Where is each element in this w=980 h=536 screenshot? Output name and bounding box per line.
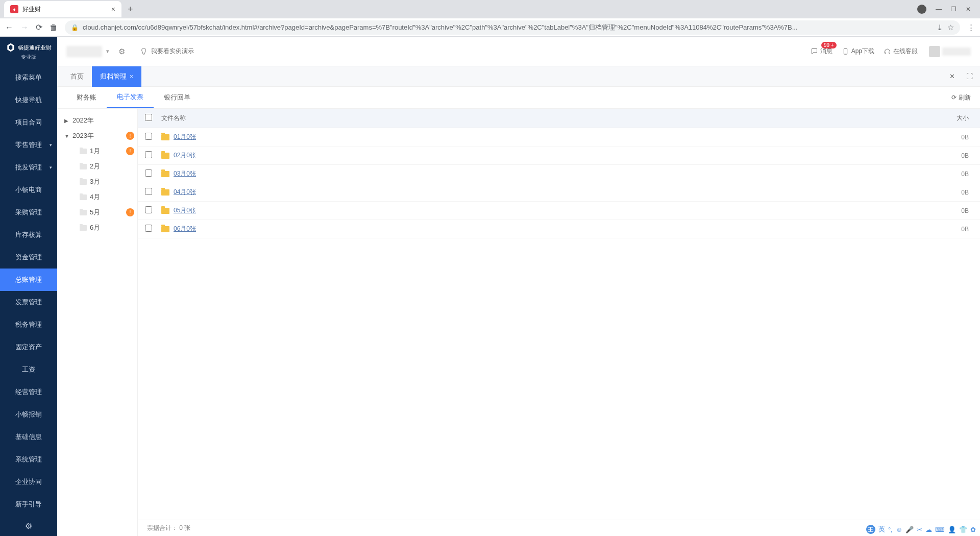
reload-button[interactable]: ⟳ [36, 22, 42, 32]
gear-icon[interactable]: ⚙ [25, 521, 32, 531]
ime-punct-icon[interactable]: °, [888, 526, 893, 533]
sidebar-item[interactable]: 快捷导航 [0, 89, 57, 111]
incognito-icon[interactable] [917, 5, 926, 14]
file-name-link[interactable]: 05月0张 [174, 206, 196, 215]
ime-toolbar[interactable]: 王 英 °, ☺ 🎤 ✂ ☁ ⌨ 👤 👕 ✿ [866, 525, 976, 534]
sidebar-item[interactable]: 项目合同 [0, 111, 57, 134]
new-tab-button[interactable]: + [128, 4, 133, 15]
tree-node-month[interactable]: 1月! [60, 143, 134, 159]
sidebar-item[interactable]: 经营管理 [0, 381, 57, 403]
sidebar-item[interactable]: 零售管理▾ [0, 134, 57, 156]
maximize-button[interactable]: ❐ [951, 6, 957, 13]
sidebar-item[interactable]: 采购管理 [0, 201, 57, 224]
file-name-link[interactable]: 02月0张 [174, 151, 196, 160]
sidebar-item[interactable]: 库存核算 [0, 224, 57, 246]
ime-keyboard-icon[interactable]: ⌨ [935, 526, 945, 533]
sidebar-item[interactable]: 新手引导 [0, 493, 57, 516]
tree-label: 2023年 [72, 131, 94, 140]
ime-mode[interactable]: 英 [878, 525, 885, 534]
row-checkbox[interactable] [145, 169, 152, 177]
tab-home[interactable]: 首页 [62, 66, 92, 87]
close-window-button[interactable]: ✕ [966, 6, 971, 13]
sidebar-item[interactable]: 总账管理 [0, 269, 57, 291]
user-menu[interactable] [927, 46, 971, 57]
chat-icon [811, 47, 818, 55]
select-all-checkbox[interactable] [145, 114, 152, 121]
browser-chrome: ♦ 好业财 × + — ❐ ✕ ← → ⟳ 🗑 🔒 cloud.chanjet.… [0, 0, 980, 37]
close-all-tabs-icon[interactable]: ✕ [946, 70, 958, 82]
ime-cloud-icon[interactable]: ☁ [925, 526, 932, 533]
minimize-button[interactable]: — [936, 6, 942, 13]
browser-tab[interactable]: ♦ 好业财 × [4, 1, 121, 17]
install-icon[interactable]: ⤓ [937, 23, 943, 32]
app-download-button[interactable]: App下载 [842, 47, 874, 56]
org-selector[interactable]: ▾ [66, 46, 109, 57]
sidebar-item[interactable]: 企业协同 [0, 471, 57, 493]
file-name-link[interactable]: 06月0张 [174, 225, 196, 233]
back-button[interactable]: ← [5, 23, 13, 32]
url-bar[interactable]: 🔒 cloud.chanjet.com/cc/u6d89qwnryel/57bf… [65, 20, 960, 35]
tree-node-2023[interactable]: ▼ 2023年 ! [60, 128, 134, 143]
tree-node-month[interactable]: 6月 [60, 220, 134, 235]
tree-node-2022[interactable]: ▶ 2022年 [60, 113, 134, 128]
ime-emoji-icon[interactable]: ☺ [896, 526, 902, 533]
sidebar-item[interactable]: 工资 [0, 358, 57, 381]
row-checkbox[interactable] [145, 206, 152, 213]
tab-archive[interactable]: 归档管理 × [92, 66, 141, 87]
tree-node-month[interactable]: 3月 [60, 174, 134, 189]
folder-icon [80, 149, 87, 154]
file-name-link[interactable]: 04月0张 [174, 188, 196, 197]
sidebar-item[interactable]: 系统管理 [0, 448, 57, 471]
app-download-label: App下载 [851, 47, 874, 56]
close-icon[interactable]: × [130, 73, 133, 80]
org-settings-icon[interactable]: ⚙ [118, 47, 125, 56]
row-checkbox[interactable] [145, 133, 152, 140]
ime-settings-icon[interactable]: ✿ [970, 526, 976, 533]
sidebar-item[interactable]: 税务管理 [0, 313, 57, 336]
ime-scissors-icon[interactable]: ✂ [917, 526, 922, 533]
fullscreen-icon[interactable]: ⛶ [963, 70, 976, 82]
file-name-link[interactable]: 01月0张 [174, 133, 196, 141]
support-label: 在线客服 [893, 47, 918, 56]
content-tab-finance[interactable]: 财务账 [66, 87, 107, 108]
tree-node-month[interactable]: 2月 [60, 159, 134, 174]
forward-button[interactable]: → [20, 23, 29, 32]
sidebar-item[interactable]: 发票管理 [0, 291, 57, 313]
ime-mic-icon[interactable]: 🎤 [905, 526, 914, 533]
sidebar-item[interactable]: 批发管理▾ [0, 156, 57, 179]
sidebar-item[interactable]: 小畅报销 [0, 403, 57, 426]
content-tab-einvoice[interactable]: 电子发票 [107, 87, 154, 108]
folder-icon [161, 189, 169, 196]
tab-archive-label: 归档管理 [100, 72, 127, 81]
row-checkbox[interactable] [145, 188, 152, 195]
close-icon[interactable]: × [111, 5, 115, 13]
tree-node-month[interactable]: 5月! [60, 205, 134, 220]
file-name-link[interactable]: 03月0张 [174, 169, 196, 178]
sidebar-item[interactable]: 资金管理 [0, 246, 57, 269]
sidebar-item[interactable]: 搜索菜单 [0, 66, 57, 89]
ime-skin-icon[interactable]: 👕 [959, 526, 967, 533]
star-icon[interactable]: ☆ [947, 23, 954, 32]
row-checkbox[interactable] [145, 151, 152, 158]
ime-logo-icon[interactable]: 王 [866, 525, 875, 534]
sidebar-item[interactable]: 固定资产 [0, 336, 57, 358]
sidebar-item[interactable]: 基础信息 [0, 426, 57, 448]
status-total: 票据合计： 0 张 [147, 524, 190, 532]
alert-badge: ! [126, 208, 134, 216]
messages-button[interactable]: 消息 99 + [811, 47, 832, 56]
tree-node-month[interactable]: 4月 [60, 189, 134, 205]
demo-link[interactable]: 我要看实例演示 [140, 47, 194, 56]
sidebar-item-label: 系统管理 [15, 455, 42, 464]
folder-icon [80, 194, 87, 200]
support-button[interactable]: 在线客服 [884, 47, 918, 56]
refresh-label: 刷新 [959, 93, 971, 102]
row-checkbox[interactable] [145, 225, 152, 232]
sidebar-item[interactable]: 小畅电商 [0, 179, 57, 201]
ime-user-icon[interactable]: 👤 [948, 526, 956, 533]
topbar-right: 消息 99 + App下载 在线客服 [811, 46, 971, 57]
content-tab-bankreceipt[interactable]: 银行回单 [154, 87, 201, 108]
kebab-menu-icon[interactable]: ⋮ [967, 23, 975, 32]
refresh-button[interactable]: ⟳ 刷新 [951, 93, 971, 102]
delete-icon[interactable]: 🗑 [50, 23, 58, 32]
folder-icon [80, 164, 87, 169]
